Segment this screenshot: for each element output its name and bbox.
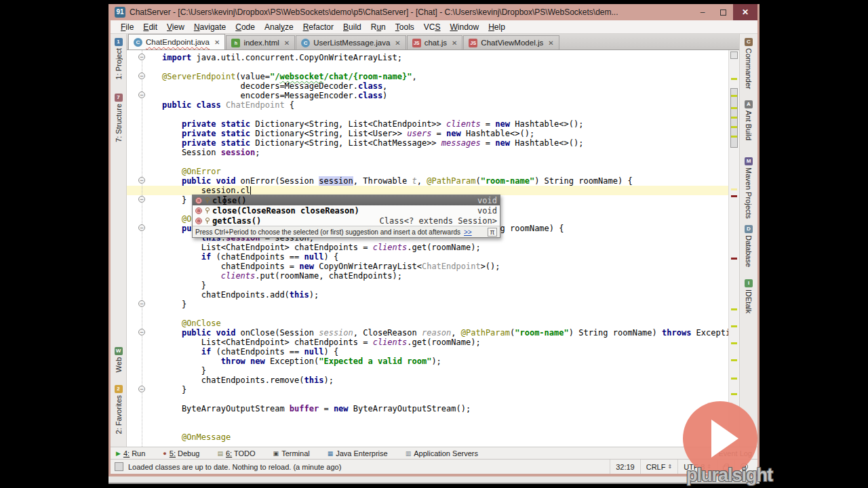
completion-return-type: void (477, 206, 497, 216)
title-bar[interactable]: 91 ChatServer - [C:\Users\kevinj\Dropbox… (111, 4, 757, 20)
analysis-mark-y[interactable] (731, 359, 737, 361)
html-file-icon: h (231, 39, 240, 47)
menu-item-tools[interactable]: Tools (391, 22, 419, 33)
tab-label: chat.js (425, 39, 447, 47)
menu-item-vcs[interactable]: VCS (419, 22, 446, 33)
menu-item-help[interactable]: Help (484, 22, 510, 33)
tool-button-ant-build[interactable]: AAnt Build (740, 100, 757, 140)
code-line: } (162, 300, 728, 309)
tab-chat.js[interactable]: JSchat.js✕ (407, 35, 463, 49)
fold-marker-icon[interactable]: − (138, 329, 145, 336)
tool-button-database[interactable]: DDatabase (740, 225, 757, 267)
completion-label: close(CloseReason closeReason) (212, 206, 359, 216)
toolbar-button-5-debug[interactable]: ●5: Debug (163, 449, 199, 458)
tool-button-commander[interactable]: CCommander (740, 38, 757, 89)
method-icon: m (195, 218, 202, 224)
analysis-mark-y[interactable] (731, 126, 737, 128)
code-text[interactable]: import java.util.concurrent.CopyOnWriteA… (162, 53, 728, 442)
tool-button-label: IDEtalk (745, 289, 753, 313)
close-button[interactable]: ✕ (733, 4, 757, 20)
code-editor[interactable]: −−−−−−−−− import java.util.concurrent.Co… (127, 50, 739, 447)
tab-ChatEndpoint.java[interactable]: CChatEndpoint.java✕ (128, 34, 225, 49)
tab-UserListMessage.java[interactable]: CUserListMessage.java✕ (296, 35, 406, 49)
code-completion-popup: mclose()voidmclose(CloseReason closeReas… (192, 195, 500, 238)
fold-marker-icon[interactable]: − (138, 92, 145, 98)
analysis-mark-y[interactable] (731, 107, 737, 109)
analysis-mark-y[interactable] (731, 95, 737, 97)
menu-item-navigate[interactable]: Navigate (189, 22, 231, 33)
toolbar-button-6-todo[interactable]: ▤6: TODO (217, 449, 255, 458)
analysis-mark-y[interactable] (731, 78, 737, 80)
code-line (162, 110, 728, 119)
fold-marker-icon[interactable]: − (138, 196, 145, 203)
tab-close-icon[interactable]: ✕ (214, 39, 220, 46)
toolbar-button-label: 4: Run (123, 449, 145, 458)
tool-button-2-favorites[interactable]: 22: Favorites (111, 385, 126, 434)
completion-label: close() (212, 196, 247, 205)
toolbar-button-application-servers[interactable]: ▥Application Servers (406, 449, 478, 458)
analysis-mark-y[interactable] (731, 308, 737, 310)
tool-button-web[interactable]: WWeb (111, 347, 126, 372)
fold-marker-icon[interactable]: − (138, 54, 145, 60)
idetalk-tool-icon: I (745, 279, 753, 287)
menu-item-refactor[interactable]: Refactor (298, 22, 338, 33)
line-separator-widget[interactable]: CRLF⇕ (640, 460, 677, 474)
tab-close-icon[interactable]: ✕ (395, 39, 400, 47)
code-line: Session session; (162, 148, 728, 157)
method-icon: m (195, 197, 202, 204)
completion-item[interactable]: mclose()void (193, 195, 500, 205)
analysis-mark-r[interactable] (731, 258, 737, 260)
tab-index.html[interactable]: hindex.html✕ (226, 35, 295, 49)
fold-marker-icon[interactable]: − (138, 300, 145, 307)
tab-close-icon[interactable]: ✕ (548, 39, 553, 47)
reload-status-icon (115, 462, 123, 471)
error-stripe-scrollbar[interactable] (728, 50, 739, 447)
menu-item-run[interactable]: Run (366, 22, 391, 33)
tool-window-toolbar: ▶4: Run●5: Debug▤6: TODO▣Terminal▦Java E… (111, 447, 757, 459)
fold-marker-icon[interactable]: − (138, 177, 145, 184)
menu-item-code[interactable]: Code (231, 22, 260, 33)
menu-item-build[interactable]: Build (338, 22, 366, 33)
analysis-mark-y[interactable] (731, 378, 737, 380)
analysis-mark-r[interactable] (731, 195, 737, 197)
tool-button-maven-projects[interactable]: MMaven Projects (740, 157, 757, 219)
web-tool-icon: W (115, 347, 123, 355)
tab-close-icon[interactable]: ✕ (452, 39, 457, 47)
menu-item-view[interactable]: View (162, 22, 189, 33)
tool-button-7-structure[interactable]: 77: Structure (111, 94, 126, 142)
fold-marker-icon[interactable]: − (138, 73, 145, 79)
tab-ChatViewModel.js[interactable]: JSChatViewModel.js✕ (463, 35, 559, 49)
code-line: @OnClose (162, 319, 728, 328)
analysis-mark-y[interactable] (731, 117, 737, 119)
tool-button-idetalk[interactable]: IIDEtalk (740, 279, 757, 313)
editor-gutter[interactable]: −−−−−−−−− (127, 50, 162, 447)
maximize-button[interactable] (713, 4, 733, 20)
analysis-mark-y[interactable] (731, 393, 737, 395)
toolbar-button-4-run[interactable]: ▶4: Run (116, 449, 145, 458)
js-file-icon: JS (469, 39, 477, 47)
analysis-mark-y[interactable] (731, 136, 737, 138)
menu-item-edit[interactable]: Edit (138, 22, 162, 33)
code-line: throw new Exception("Expected a valid ro… (162, 357, 728, 366)
menu-item-file[interactable]: File (116, 22, 138, 33)
tab-label: UserListMessage.java (313, 39, 390, 47)
minimize-button[interactable]: – (692, 4, 713, 20)
more-suggestions-link[interactable]: >> (464, 228, 472, 236)
fold-marker-icon[interactable]: − (138, 224, 145, 231)
analysis-mark-c[interactable] (731, 188, 737, 190)
caret-position-widget[interactable]: 32:19 (610, 460, 640, 474)
tool-button-1-project[interactable]: 11: Project (111, 38, 126, 79)
stripe-settings-icon[interactable] (730, 52, 738, 59)
tool-button-label: Maven Projects (745, 167, 753, 219)
completion-item[interactable]: mclose(CloseReason closeReason)void (193, 205, 500, 216)
menu-item-window[interactable]: Window (445, 22, 484, 33)
completion-item[interactable]: mgetClass()Class<? extends Session> (193, 216, 500, 226)
fold-marker-icon[interactable]: − (138, 386, 145, 392)
analysis-mark-y[interactable] (731, 325, 737, 327)
analysis-mark-y[interactable] (731, 342, 737, 344)
toolbar-button-terminal[interactable]: ▣Terminal (273, 449, 310, 458)
toolbar-button-java-enterprise[interactable]: ▦Java Enterprise (328, 449, 388, 458)
status-bar: Loaded classes are up to date. Nothing t… (111, 459, 757, 474)
tab-close-icon[interactable]: ✕ (284, 39, 290, 47)
menu-item-analyze[interactable]: Analyze (260, 22, 298, 33)
